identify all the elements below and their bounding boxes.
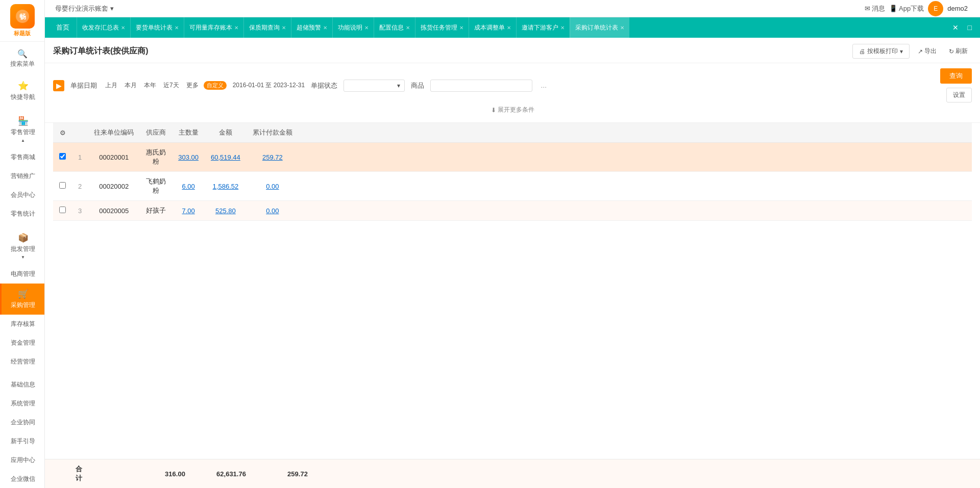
footer-empty-settings <box>45 459 57 488</box>
filter-toggle-button[interactable]: ▶ <box>53 80 64 91</box>
sidebar-item-enterprise[interactable]: 企业协同 <box>0 413 44 432</box>
date-this-year-button[interactable]: 本年 <box>142 80 158 91</box>
topbar-tab-overstock-alert[interactable]: 超储预警 ✕ <box>291 17 332 38</box>
sidebar-item-retail-shop[interactable]: 零售商城 <box>0 148 44 167</box>
topbar-tab-order-summary[interactable]: 要货单统计表 ✕ <box>130 17 184 38</box>
date-7days-button[interactable]: 近7天 <box>161 80 181 91</box>
close-config-info-icon[interactable]: ✕ <box>406 25 410 31</box>
topbar-tab-receive-summary[interactable]: 收发存汇总表 ✕ <box>77 17 130 38</box>
data-table: ⚙ 往来单位编码 供应商 主数量 金额 累计付款金额 1 00020001 <box>53 123 972 221</box>
row-quantity[interactable]: 303.00 <box>172 143 205 172</box>
sidebar-item-purchase[interactable]: 🛒 采购管理 <box>0 284 44 315</box>
row-no: 3 <box>72 201 88 221</box>
row-amount[interactable]: 525.80 <box>205 201 247 221</box>
window-maximize-button[interactable]: □ <box>964 21 976 34</box>
wholesale-icon: 📦 <box>18 233 29 243</box>
user-name[interactable]: demo2 <box>947 5 968 12</box>
date-this-month-button[interactable]: 本月 <box>122 80 139 91</box>
topbar-tab-func-desc[interactable]: 功能说明 ✕ <box>332 17 374 38</box>
export-button[interactable]: ↗ 导出 <box>914 44 941 58</box>
pick-task-label: 拣货任务管理 <box>421 23 457 32</box>
avatar[interactable]: E <box>928 1 943 16</box>
sidebar-item-wechat[interactable]: 企业微信 <box>0 470 44 488</box>
topbar-tab-purchase-stat[interactable]: 采购订单统计表 ✕ <box>570 17 629 38</box>
row-amount[interactable]: 1,586.52 <box>205 172 247 201</box>
usable-stock-label: 可用量库存账本 <box>189 23 232 32</box>
sidebar-item-basic-info[interactable]: 基础信息 <box>0 375 44 394</box>
sidebar-item-wholesale[interactable]: 📦 批发管理 <box>0 227 44 265</box>
expand-more-button[interactable]: ⬇ 展开更多条件 <box>491 106 534 114</box>
message-button[interactable]: ✉ 消息 <box>865 4 885 13</box>
settings-button[interactable]: 设置 <box>946 88 972 102</box>
sidebar-item-new-guide[interactable]: 新手引导 <box>0 432 44 451</box>
sidebar-item-retail[interactable]: 🏪 零售管理 <box>0 111 44 148</box>
search-menu-button[interactable]: 🔍 搜索菜单 <box>2 46 42 71</box>
wholesale-label: 批发管理 <box>11 245 35 253</box>
table-row[interactable]: 3 00020005 好孩子 7.00 525.80 0.00 <box>53 201 972 221</box>
sidebar-item-retail-stat[interactable]: 零售统计 <box>0 204 44 223</box>
table-row[interactable]: 2 00020002 飞鹤奶粉 6.00 1,586.52 0.00 <box>53 172 972 201</box>
receive-summary-label: 收发存汇总表 <box>82 23 119 32</box>
close-overstock-alert-icon[interactable]: ✕ <box>323 25 327 31</box>
config-info-label: 配置信息 <box>379 23 404 32</box>
content-area: 采购订单统计表(按供应商) 🖨 按模板打印 ▾ ↗ 导出 ↻ 刷新 <box>45 38 980 488</box>
close-receive-summary-icon[interactable]: ✕ <box>121 25 125 31</box>
close-pick-task-icon[interactable]: ✕ <box>459 25 463 31</box>
print-icon: 🖨 <box>859 48 865 55</box>
cost-adjust-label: 成本调整单 <box>474 23 505 32</box>
sidebar-item-finance[interactable]: 资金管理 <box>0 333 44 352</box>
topbar-tab-home[interactable]: 首页 <box>49 17 77 38</box>
row-amount[interactable]: 60,519.44 <box>205 143 247 172</box>
close-usable-stock-icon[interactable]: ✕ <box>234 25 238 31</box>
topbar-tab-usable-stock[interactable]: 可用量库存账本 ✕ <box>184 17 243 38</box>
sidebar-item-operations[interactable]: 经营管理 <box>0 352 44 371</box>
refresh-label: 刷新 <box>955 47 968 56</box>
close-purchase-stat-icon[interactable]: ✕ <box>620 25 624 31</box>
row-checkbox[interactable] <box>53 172 72 201</box>
date-last-month-button[interactable]: 上月 <box>103 80 119 91</box>
row-paid-amount[interactable]: 0.00 <box>247 172 299 201</box>
close-expiry-query-icon[interactable]: ✕ <box>282 25 286 31</box>
table-row[interactable]: 1 00020001 惠氏奶粉 303.00 60,519.44 259.72 <box>53 143 972 172</box>
app-download-button[interactable]: 📱 App下载 <box>889 4 924 13</box>
sidebar-item-member[interactable]: 会员中心 <box>0 186 44 204</box>
row-checkbox[interactable] <box>53 201 72 221</box>
row-quantity[interactable]: 6.00 <box>172 172 205 201</box>
sidebar-item-quick-nav[interactable]: ⭐ 快捷导航 <box>0 75 44 107</box>
status-select[interactable]: ▾ <box>344 80 405 92</box>
search-menu-label: 搜索菜单 <box>10 60 35 68</box>
sidebar-item-inventory[interactable]: 库存核算 <box>0 315 44 333</box>
row-paid-amount[interactable]: 259.72 <box>247 143 299 172</box>
retail-shop-label: 零售商城 <box>11 153 35 162</box>
close-cost-adjust-icon[interactable]: ✕ <box>507 25 511 31</box>
date-quick-buttons: 上月 本月 本年 近7天 更多 自定义 <box>103 80 227 91</box>
close-invite-customer-icon[interactable]: ✕ <box>560 25 565 31</box>
workspace-selector[interactable]: 母婴行业演示账套 ▾ <box>51 4 118 13</box>
topbar-tab-cost-adjust[interactable]: 成本调整单 ✕ <box>469 17 516 38</box>
row-checkbox[interactable] <box>53 143 72 172</box>
topbar-tab-pick-task[interactable]: 拣货任务管理 ✕ <box>415 17 469 38</box>
sidebar-item-marketing[interactable]: 营销推广 <box>0 167 44 186</box>
date-more-button[interactable]: 更多 <box>184 80 201 91</box>
row-paid-amount[interactable]: 0.00 <box>247 201 299 221</box>
marketing-label: 营销推广 <box>11 172 35 181</box>
window-minimize-button[interactable]: ✕ <box>948 21 963 34</box>
close-func-desc-icon[interactable]: ✕ <box>364 25 369 31</box>
query-button[interactable]: 查询 <box>940 68 972 84</box>
topbar-tab-expiry-query[interactable]: 保质期查询 ✕ <box>243 17 291 38</box>
goods-input[interactable] <box>430 80 532 92</box>
main-area: 母婴行业演示账套 ▾ ✉ 消息 📱 App下载 E demo2 首页 收发存汇总… <box>45 0 980 488</box>
row-quantity[interactable]: 7.00 <box>172 201 205 221</box>
sidebar-item-system[interactable]: 系统管理 <box>0 394 44 413</box>
th-unit-code: 往来单位编码 <box>88 123 140 143</box>
sidebar-item-ecommerce[interactable]: 电商管理 <box>0 265 44 284</box>
more-filters-button[interactable]: … <box>538 81 549 90</box>
custom-date-tag[interactable]: 自定义 <box>204 81 227 90</box>
refresh-button[interactable]: ↻ 刷新 <box>945 44 972 58</box>
topbar-tab-config-info[interactable]: 配置信息 ✕ <box>374 17 415 38</box>
print-button[interactable]: 🖨 按模板打印 ▾ <box>852 44 910 59</box>
sidebar-item-app-center[interactable]: 应用中心 <box>0 451 44 470</box>
topbar-tab-invite-customer[interactable]: 邀请下游客户 ✕ <box>516 17 570 38</box>
th-settings[interactable]: ⚙ <box>53 123 72 143</box>
close-order-summary-icon[interactable]: ✕ <box>175 25 179 31</box>
